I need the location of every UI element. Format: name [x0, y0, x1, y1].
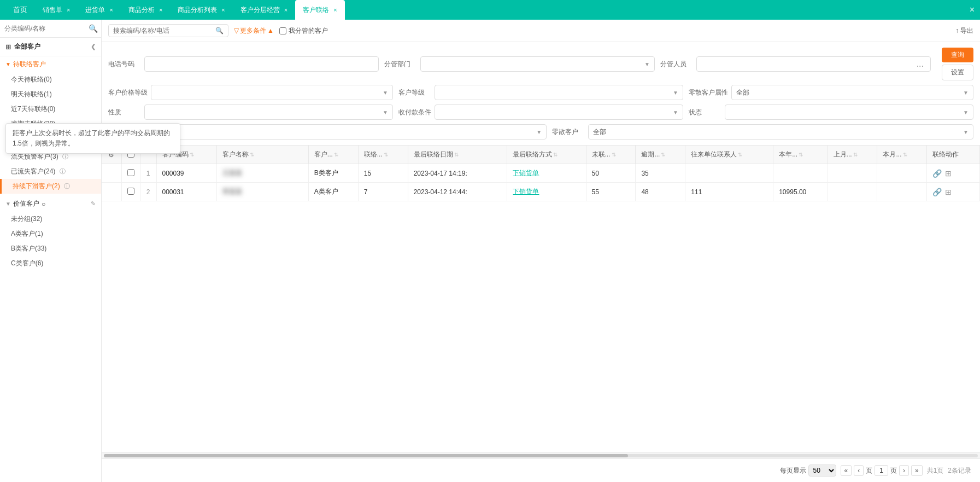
sidebar-item-a-class[interactable]: A类客户(1) [0, 227, 101, 241]
close-purchase-icon[interactable]: × [109, 0, 113, 20]
declining-info-icon: ⓘ [64, 183, 70, 189]
nav-home[interactable]: 首页 [5, 5, 35, 15]
th-last-date[interactable]: 最后联络日期⇅ [408, 146, 507, 164]
sidebar-search-input[interactable] [4, 25, 86, 32]
sidebar-collapse-icon[interactable]: ❮ [91, 43, 96, 50]
value-arrow-icon: ▼ [5, 201, 11, 207]
nav-tab-sales[interactable]: 销售单 × [35, 0, 78, 20]
value-group-label[interactable]: ▼ 价值客户 ○ ✎ [0, 196, 101, 212]
sidebar-search-icon[interactable]: 🔍 [89, 24, 98, 33]
grid-icon: ⊞ [5, 43, 11, 51]
phone-input[interactable] [144, 56, 379, 72]
sort-overdue-icon: ⇅ [661, 152, 665, 158]
sort-unpaid-icon: ⇅ [612, 152, 616, 158]
my-customers-check[interactable] [279, 27, 286, 34]
filter-customer-level: 客户等级 ▼ [398, 85, 683, 100]
nav-tab-purchase[interactable]: 进货单 × [78, 0, 120, 20]
scroll-thumb[interactable] [104, 454, 628, 457]
row2-grid-icon[interactable]: ⊞ [945, 188, 952, 196]
retail-attr-select[interactable]: 全部 ▼ [731, 85, 973, 100]
row1-name: 王某某 [216, 164, 308, 183]
customer-level-select[interactable]: ▼ [435, 85, 683, 100]
settings-button[interactable]: 设置 [942, 65, 973, 80]
th-this-year[interactable]: 本年...⇅ [773, 146, 828, 164]
gender-select[interactable]: ▼ [144, 104, 393, 120]
close-customer-contact-icon[interactable]: × [333, 0, 337, 20]
row2-link-icon[interactable]: 🔗 [932, 188, 942, 196]
retail-customer-select[interactable]: 全部 ▼ [588, 124, 973, 140]
sort-code-icon: ⇅ [190, 152, 194, 158]
row2-overdue: 48 [636, 183, 685, 201]
retail-customer-label: 零散客户 [552, 127, 585, 137]
row1-grid-icon[interactable]: ⊞ [945, 169, 952, 178]
horizontal-scrollbar[interactable] [102, 452, 980, 458]
sidebar-item-declining[interactable]: 持续下滑客户(2) ⓘ [0, 179, 101, 194]
filter-customer-type: 客户类型 ▼ [125, 124, 547, 140]
th-type[interactable]: 客户...⇅ [308, 146, 358, 164]
th-last-month[interactable]: 上月...⇅ [828, 146, 877, 164]
row1-last-month [828, 164, 877, 183]
th-this-month[interactable]: 本月...⇅ [877, 146, 927, 164]
close-customer-tier-icon[interactable]: × [284, 0, 287, 20]
nav-tab-analysis-list[interactable]: 商品分析列表 × [170, 0, 232, 20]
per-page-select[interactable]: 50 100 200 [808, 464, 836, 477]
row2-last-method[interactable]: 下销货单 [507, 183, 586, 201]
first-page-button[interactable]: « [841, 465, 852, 476]
price-level-label: 客户价格等级 [108, 88, 148, 97]
th-overdue[interactable]: 逾期...⇅ [636, 146, 685, 164]
close-all-button[interactable]: × [970, 5, 975, 15]
nav-tab-analysis[interactable]: 商品分析 × [121, 0, 170, 20]
th-last-method[interactable]: 最后联络方式⇅ [507, 146, 586, 164]
next-page-button[interactable]: › [899, 465, 909, 476]
row2-settings [102, 183, 121, 201]
row2-check[interactable] [127, 188, 134, 195]
th-contact[interactable]: 联络...⇅ [358, 146, 408, 164]
retail-attr-label: 零散客户属性 [689, 88, 728, 97]
person-select[interactable]: ... [696, 56, 931, 72]
sort-last-date-icon: ⇅ [454, 152, 459, 158]
sidebar-item-lost[interactable]: 已流失客户(24) ⓘ [0, 164, 101, 179]
close-sales-icon[interactable]: × [67, 0, 70, 20]
payment-select[interactable]: ▼ [435, 104, 683, 120]
sidebar-item-tomorrow[interactable]: 明天待联络(1) [0, 87, 101, 102]
main-search-icon[interactable]: 🔍 [215, 27, 224, 34]
sort-this-year-icon: ⇅ [799, 152, 803, 158]
sidebar-item-ungroup[interactable]: 未分组(32) [0, 212, 101, 227]
value-edit-icon[interactable]: ✎ [91, 200, 96, 207]
status-select[interactable]: ▼ [725, 104, 973, 120]
query-button[interactable]: 查询 [942, 48, 973, 62]
th-contacts[interactable]: 往来单位联系人⇅ [685, 146, 773, 164]
nav-tab-customer-tier[interactable]: 客户分层经营 × [233, 0, 295, 20]
dept-select[interactable]: ▼ [420, 56, 655, 72]
row1-check[interactable] [127, 169, 134, 176]
nav-tab-customer-contact[interactable]: 客户联络 × [295, 0, 344, 20]
prev-page-button[interactable]: ‹ [854, 465, 864, 476]
sort-name-icon: ⇅ [250, 152, 254, 158]
person-dots-icon[interactable]: ... [914, 59, 926, 69]
page-label2: 页 [890, 466, 897, 475]
pending-group-label[interactable]: ▼ 待联络客户 [0, 56, 101, 72]
main-search-input[interactable] [113, 27, 213, 34]
sidebar-item-7days[interactable]: 近7天待联络(0) [0, 102, 101, 117]
scroll-track[interactable] [104, 454, 978, 457]
th-name[interactable]: 客户名称⇅ [216, 146, 308, 164]
close-analysis-list-icon[interactable]: × [221, 0, 225, 20]
sidebar-item-today[interactable]: 今天待联络(0) [0, 72, 101, 87]
row1-last-method[interactable]: 下销货单 [507, 164, 586, 183]
export-button[interactable]: ↑ 导出 [955, 26, 973, 36]
retail-attr-arrow-icon: ▼ [963, 90, 969, 96]
customer-type-select[interactable]: ▼ [161, 124, 547, 140]
sidebar-item-c-class[interactable]: C类客户(6) [0, 256, 101, 271]
close-analysis-icon[interactable]: × [159, 0, 162, 20]
search-input-wrap: 🔍 [108, 24, 228, 37]
th-unpaid[interactable]: 未联...⇅ [586, 146, 636, 164]
last-page-button[interactable]: » [911, 465, 923, 476]
more-conditions-button[interactable]: ▽ 更多条件 ▲ [234, 26, 274, 36]
sidebar-item-b-class[interactable]: B类客户(33) [0, 241, 101, 256]
dept-arrow-icon: ▼ [644, 61, 650, 67]
price-level-select[interactable]: ▼ [151, 85, 393, 100]
row1-link-icon[interactable]: 🔗 [932, 169, 942, 178]
row2-name: 李某某 [216, 183, 308, 201]
my-customers-checkbox[interactable]: 我分管的客户 [279, 26, 328, 36]
filter-row-4: ... 客户类型 ▼ 零散客户 全部 ▼ [108, 124, 973, 140]
